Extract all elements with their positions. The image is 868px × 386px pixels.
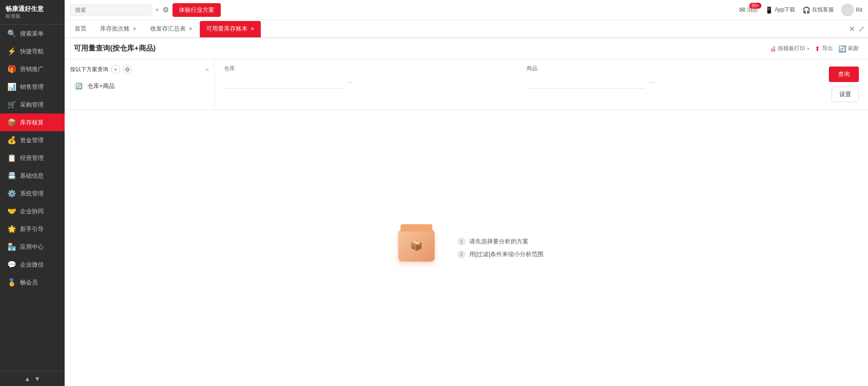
logo-sub: 标准版: [5, 13, 59, 20]
tab-batch-close[interactable]: ✕: [132, 26, 137, 32]
chart-icon: 📊: [7, 82, 16, 91]
wechat-icon: 💬: [7, 260, 16, 269]
tab-summary[interactable]: 收发存汇总表 ✕: [144, 21, 199, 37]
sidebar-item-basic[interactable]: 📇 基础信息: [0, 167, 65, 185]
sidebar-item-newbie[interactable]: 🌟 新手引导: [0, 220, 65, 238]
clipboard-icon: 📋: [7, 154, 16, 162]
tab-available-label: 可用量库存账本: [206, 25, 248, 33]
export-button[interactable]: ⬆ 导出: [815, 45, 833, 52]
lightning-icon: ⚡: [7, 47, 16, 56]
settings-gear-icon[interactable]: ⚙: [162, 5, 169, 14]
refresh-icon: 🔄: [838, 45, 846, 52]
scheme-item-warehouse-goods[interactable]: 🔄 仓库+商品: [70, 78, 209, 94]
sidebar-item-label: 经营管理: [20, 154, 57, 162]
tab-home-label: 首页: [75, 25, 86, 33]
topbar: ▾ ⚙ 体验行业方案 ✉ 消息 99+ 📱 App下载 🎧 在线客服 Rit: [65, 0, 868, 20]
export-icon: ⬆: [815, 45, 820, 52]
card-icon: 📇: [7, 171, 16, 180]
sidebar-item-purchase[interactable]: 🛒 采购管理: [0, 96, 65, 113]
goods-dots[interactable]: ···: [648, 77, 657, 88]
sidebar-item-label: 快捷导航: [20, 47, 57, 56]
filter-area: 仓库 ··· 商品 ··· 查询 设置: [215, 59, 868, 109]
sidebar-item-label: 应用中心: [20, 243, 57, 251]
warehouse-input-row: ···: [224, 76, 518, 89]
sidebar-item-label: 搜索菜单: [20, 30, 57, 38]
tip-2-text: 用[过滤]条件来缩小分析范围: [469, 250, 543, 258]
content-area: 可用量查询(按仓库+商品) 🖨 按模板打印 ▾ ⬆ 导出 🔄 刷新: [65, 38, 868, 386]
sidebar-item-shortcut[interactable]: ⚡ 快捷导航: [0, 42, 65, 60]
column-settings-button[interactable]: 设置: [832, 87, 859, 102]
tab-batch[interactable]: 库存批次账 ✕: [94, 21, 143, 37]
warehouse-dots[interactable]: ···: [345, 77, 355, 88]
empty-tip-1: 1 请先选择要分析的方案: [457, 237, 543, 246]
tab-batch-label: 库存批次账: [100, 25, 130, 33]
user-avatar-area[interactable]: Rit: [841, 4, 863, 16]
tab-summary-close[interactable]: ✕: [188, 26, 193, 32]
app-download-item[interactable]: 📱 App下载: [765, 6, 795, 14]
app-download-label: App下载: [775, 6, 795, 14]
refresh-button[interactable]: 🔄 刷新: [838, 45, 859, 52]
topbar-right: ✉ 消息 99+ 📱 App下载 🎧 在线客服 Rit: [739, 4, 863, 16]
tab-available[interactable]: 可用量库存账本 ✕: [200, 21, 261, 37]
dropdown-icon[interactable]: ▾: [156, 6, 159, 13]
scheme-panel: 按以下方案查询 + ⚙ « 🔄 仓库+商品: [65, 59, 215, 109]
goods-input[interactable]: [527, 76, 645, 89]
close-all-icon[interactable]: ✕: [849, 25, 855, 33]
tab-available-close[interactable]: ✕: [250, 26, 254, 32]
trial-button[interactable]: 体验行业方案: [173, 3, 221, 17]
sidebar-item-cooperation[interactable]: 🤝 企业协同: [0, 202, 65, 220]
search-input[interactable]: [70, 5, 152, 15]
sidebar-item-system[interactable]: ⚙️ 系统管理: [0, 185, 65, 202]
sidebar-scroll: 🔍 搜索菜单 ⚡ 快捷导航 🎁 营销推广 📊 销售管理 🛒 采购管理 📦 库存核…: [0, 25, 65, 371]
refresh-label: 刷新: [848, 45, 859, 52]
scroll-up-arrow[interactable]: ▲: [24, 375, 30, 382]
tabs-bar: 首页 库存批次账 ✕ 收发存汇总表 ✕ 可用量库存账本 ✕ ✕ ⤢: [65, 20, 868, 38]
scheme-label: 按以下方案查询: [70, 66, 108, 73]
sidebar-item-label: 库存核算: [20, 118, 57, 127]
message-item[interactable]: ✉ 消息 99+: [739, 5, 758, 14]
empty-state: 📦 1 请先选择要分析的方案 2 用[过滤]条件来缩小分析范围: [65, 110, 868, 386]
query-area: 按以下方案查询 + ⚙ « 🔄 仓库+商品 仓库 ···: [65, 59, 868, 110]
sidebar-item-label: 企业协同: [20, 207, 57, 216]
print-dropdown-icon[interactable]: ▾: [807, 46, 809, 51]
box-face-icon: 📦: [410, 240, 422, 252]
sidebar-item-member[interactable]: 🏅 畅会员: [0, 273, 65, 291]
main-area: ▾ ⚙ 体验行业方案 ✉ 消息 99+ 📱 App下载 🎧 在线客服 Rit: [65, 0, 868, 386]
tip-1-text: 请先选择要分析的方案: [469, 237, 528, 246]
sidebar-item-finance[interactable]: 💰 资金管理: [0, 131, 65, 149]
sidebar-item-marketing[interactable]: 🎁 营销推广: [0, 60, 65, 78]
sidebar-logo: 畅康通好生意 标准版: [0, 0, 65, 25]
sidebar-item-search[interactable]: 🔍 搜索菜单: [0, 25, 65, 42]
print-button[interactable]: 🖨 按模板打印 ▾: [770, 45, 809, 52]
scroll-down-arrow[interactable]: ▼: [34, 375, 41, 382]
add-scheme-button[interactable]: +: [111, 65, 120, 74]
cart-icon: 🛒: [7, 100, 16, 109]
scheme-collapse-button[interactable]: «: [205, 66, 209, 73]
empty-tips: 1 请先选择要分析的方案 2 用[过滤]条件来缩小分析范围: [457, 237, 543, 258]
store-icon: 🏪: [7, 242, 16, 251]
empty-tip-2: 2 用[过滤]条件来缩小分析范围: [457, 250, 543, 258]
sidebar-item-wechat[interactable]: 💬 企业微信: [0, 256, 65, 273]
scheme-item-icon: 🔄: [74, 81, 84, 91]
scheme-settings-button[interactable]: ⚙: [123, 65, 132, 74]
sidebar-item-inventory[interactable]: 📦 库存核算: [0, 113, 65, 131]
query-button[interactable]: 查询: [829, 67, 859, 82]
sidebar-item-appcenter[interactable]: 🏪 应用中心: [0, 238, 65, 256]
gift-icon: 🎁: [7, 65, 16, 73]
empty-box: 📦: [398, 230, 435, 262]
goods-label: 商品: [527, 65, 820, 72]
export-label: 导出: [822, 45, 833, 52]
sidebar-item-sales[interactable]: 📊 销售管理: [0, 78, 65, 96]
handshake-icon: 🤝: [7, 207, 16, 216]
sidebar-item-operations[interactable]: 📋 经营管理: [0, 149, 65, 167]
warehouse-filter-group: 仓库 ···: [224, 65, 518, 89]
box-icon: 📦: [7, 118, 16, 127]
expand-icon[interactable]: ⤢: [858, 25, 864, 33]
tab-summary-label: 收发存汇总表: [150, 25, 186, 33]
online-service-item[interactable]: 🎧 在线客服: [802, 6, 834, 14]
scheme-header: 按以下方案查询 + ⚙ «: [70, 65, 209, 74]
header-actions: 🖨 按模板打印 ▾ ⬆ 导出 🔄 刷新: [770, 45, 859, 52]
warehouse-input[interactable]: [224, 76, 342, 89]
tab-home[interactable]: 首页: [68, 21, 93, 37]
filter-buttons: 查询 设置: [829, 65, 859, 104]
